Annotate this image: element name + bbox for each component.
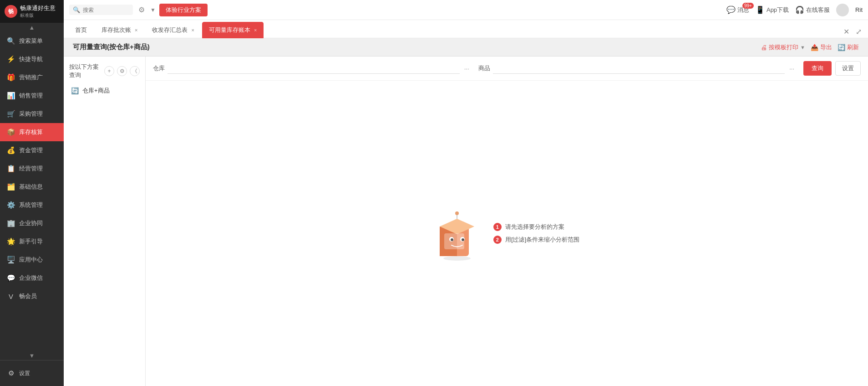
sidebar-label-shortcut: 快捷导航 [19,55,43,63]
print-icon: 🖨 [761,44,767,51]
sidebar-item-system[interactable]: ⚙️系统管理 [0,196,64,214]
settings-button[interactable]: 设置 [835,61,861,76]
sidebar-label-sales: 销售管理 [19,92,43,100]
page-header-actions: 🖨 按模板打印 ▼ 📤 导出 🔄 刷新 [761,43,859,51]
appstore-icon: 🖥️ [6,256,15,264]
add-scheme-button[interactable]: + [104,66,114,76]
left-panel: 按以下方案查询 + ⚙ 《 🔄 仓库+商品 [64,57,146,386]
refresh-button[interactable]: 🔄 刷新 [838,43,859,51]
tab-label-batch: 库存批次账 [102,26,131,34]
tab-summary[interactable]: 收发存汇总表× [145,22,201,38]
print-button[interactable]: 🖨 按模板打印 ▼ [761,43,805,51]
step-1-text: 请先选择要分析的方案 [505,223,564,231]
user-name[interactable]: Rit [855,6,863,13]
sidebar-item-appstore[interactable]: 🖥️应用中心 [0,251,64,269]
sidebar-item-wechat[interactable]: 💬企业微信 [0,269,64,287]
sidebar-item-member[interactable]: V畅会员 [0,287,64,305]
export-icon: 📤 [811,44,818,51]
scroll-up-arrow[interactable]: ▲ [0,23,64,32]
page-title: 可用量查询(按仓库+商品) [73,43,150,51]
collapse-panel-button[interactable]: 《 [130,66,140,76]
product-more-button[interactable]: ··· [787,65,796,72]
sidebar-settings-label: 设置 [19,370,30,377]
svg-point-0 [443,256,471,261]
sidebar-header: 畅 畅康通好生意 标准版 [0,0,64,23]
sidebar-item-marketing[interactable]: 🎁营销推广 [0,68,64,87]
warehouse-more-button[interactable]: ··· [462,65,471,72]
empty-state: 1 请先选择要分析的方案 2 用[过滤]条件来缩小分析范围 [146,81,868,386]
tab-label-home: 首页 [75,26,87,34]
sidebar-item-sales[interactable]: 📊销售管理 [0,87,64,105]
tab-home[interactable]: 首页 [68,22,94,38]
svg-point-7 [451,238,453,241]
filter-header-label: 按以下方案查询 [69,63,102,79]
export-button[interactable]: 📤 导出 [811,43,832,51]
step-2-circle: 2 [493,236,502,244]
tab-close-summary[interactable]: × [191,27,194,33]
sidebar-item-operations[interactable]: 📋经营管理 [0,160,64,178]
product-input[interactable] [493,63,785,74]
phone-icon: 📱 [756,5,765,14]
sidebar-item-purchase[interactable]: 🛒采购管理 [0,105,64,123]
headset-icon: 🎧 [795,5,804,14]
sidebar-label-finance: 资金管理 [19,146,43,154]
messages-button[interactable]: 💬 99+ 消息 [726,5,749,14]
empty-step-1: 1 请先选择要分析的方案 [493,223,579,231]
expand-button[interactable]: ⤢ [854,26,863,38]
company-info: 畅康通好生意 标准版 [20,5,56,18]
sidebar-item-finance[interactable]: 💰资金管理 [0,141,64,160]
warehouse-input[interactable] [168,63,460,74]
online-service-button[interactable]: 🎧 在线客服 [795,5,830,14]
scheme-icon: 🔄 [71,87,79,94]
page-header: 可用量查询(按仓库+商品) 🖨 按模板打印 ▼ 📤 导出 🔄 刷新 [64,38,868,57]
topbar-dropdown-icon[interactable]: ▼ [150,7,156,13]
sidebar-label-enterprise: 企业协同 [19,219,43,227]
system-icon: ⚙️ [6,201,15,209]
user-avatar[interactable] [836,4,849,16]
scheme-label: 仓库+商品 [82,87,110,95]
gear-icon[interactable]: ⚙ [137,4,147,16]
close-tab-button[interactable]: ✕ [842,26,851,38]
trial-button[interactable]: 体验行业方案 [159,4,208,16]
sidebar-label-system: 系统管理 [19,201,43,209]
sidebar-label-marketing: 营销推广 [19,73,43,82]
app-download-button[interactable]: 📱 App下载 [756,5,789,14]
tabs-bar-right: ✕ ⤢ [842,26,863,38]
filter-header: 按以下方案查询 + ⚙ 《 [64,61,145,83]
sidebar-item-settings[interactable]: ⚙ 设置 [0,364,64,382]
company-logo: 畅 [5,5,17,18]
tabs-bar: 首页库存批次账×收发存汇总表×可用量库存账本× ✕ ⤢ [64,20,868,38]
search-box[interactable]: 🔍 [69,5,133,15]
tab-close-batch[interactable]: × [135,27,137,33]
scroll-down-arrow[interactable]: ▼ [0,351,64,360]
tab-close-available[interactable]: × [254,27,257,33]
query-button[interactable]: 查询 [803,61,832,76]
inventory-icon: 📦 [6,128,15,136]
scheme-settings-button[interactable]: ⚙ [117,66,127,76]
edition-label: 标准版 [20,12,56,18]
sidebar-label-member: 畅会员 [19,292,37,300]
search-input[interactable] [83,7,124,13]
sidebar-item-basic[interactable]: 🗂️基础信息 [0,178,64,196]
sidebar-item-inventory[interactable]: 📦库存核算 [0,123,64,141]
sidebar-item-enterprise[interactable]: 🏢企业协同 [0,214,64,232]
warehouse-product-scheme[interactable]: 🔄 仓库+商品 [64,83,145,98]
enterprise-icon: 🏢 [6,219,15,227]
sidebar-item-newbie[interactable]: 🌟新手引导 [0,232,64,251]
shortcut-icon: ⚡ [6,55,15,63]
tab-batch[interactable]: 库存批次账× [95,22,144,38]
right-panel: 仓库 ··· 商品 ··· 查询 设置 [146,57,868,386]
wechat-icon: 💬 [6,274,15,282]
print-dropdown-icon[interactable]: ▼ [800,45,805,50]
tab-available[interactable]: 可用量库存账本× [202,22,264,38]
basic-icon: 🗂️ [6,183,15,191]
sales-icon: 📊 [6,92,15,100]
sidebar-item-shortcut[interactable]: ⚡快捷导航 [0,50,64,68]
purchase-icon: 🛒 [6,110,15,118]
sidebar-label-inventory: 库存核算 [19,128,43,136]
topbar: 🔍 ⚙ ▼ 体验行业方案 💬 99+ 消息 📱 App下载 🎧 在线客服 Rit [64,0,868,20]
sidebar-item-search[interactable]: 🔍搜索菜单 [0,32,64,50]
filter-row: 仓库 ··· 商品 ··· 查询 设置 [146,57,868,81]
product-filter-label: 商品 [478,64,490,72]
empty-robot-icon [434,211,480,261]
